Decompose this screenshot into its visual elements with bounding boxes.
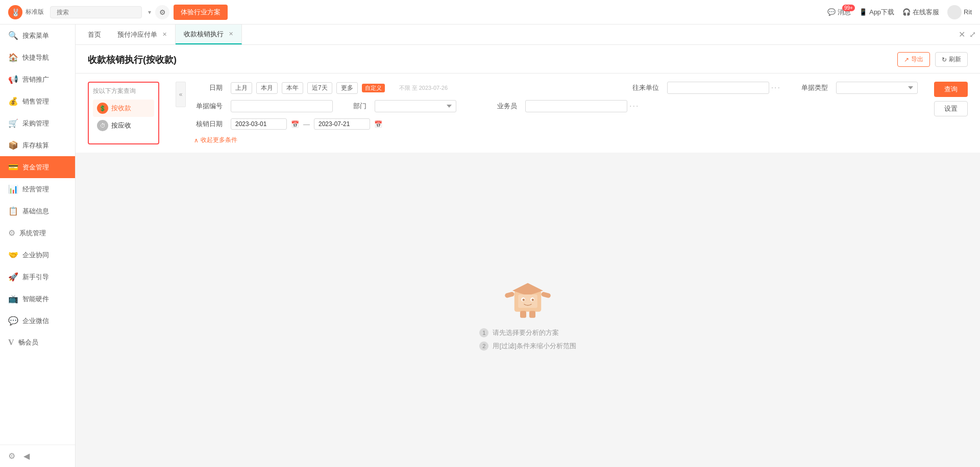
content-area: 首页 预付冲应付单 ✕ 收款核销执行 ✕ ✕ ⤢ 收款核销执行(按收款) ↗: [76, 24, 980, 467]
writeoff-date-end-input[interactable]: [314, 118, 370, 130]
refresh-button[interactable]: ↻ 刷新: [935, 52, 968, 67]
sidebar-item-system[interactable]: ⚙ 系统管理: [0, 222, 75, 244]
logo-subtitle: 标准版: [26, 8, 44, 16]
search-icon: 🔍: [8, 31, 18, 40]
sidebar-item-label: 资金管理: [22, 163, 49, 172]
bottom-settings-icon[interactable]: ⚙: [8, 451, 15, 461]
sidebar-item-sales[interactable]: 💰 销售管理: [0, 90, 75, 112]
main-content: 1 请先选择要分析的方案 2 用[过滤]条件来缩小分析范围: [76, 153, 980, 467]
empty-state: 1 请先选择要分析的方案 2 用[过滤]条件来缩小分析范围: [479, 269, 576, 351]
sidebar-item-purchase[interactable]: 🛒 采购管理: [0, 112, 75, 134]
svg-rect-7: [504, 291, 514, 299]
voucher-no-input[interactable]: [231, 100, 333, 112]
online-service-item[interactable]: 🎧 在线客服: [902, 8, 939, 17]
top-bar-right: 💬 消息 99+ 📱 App下载 🎧 在线客服 Rit: [827, 5, 972, 19]
collapse-more-label: 收起更多条件: [201, 136, 237, 144]
staff-input[interactable]: [525, 100, 627, 112]
voucher-type-select[interactable]: [836, 82, 918, 94]
sidebar-item-label: 采购管理: [22, 119, 49, 128]
service-icon: 🎧: [902, 8, 911, 16]
app-icon: 📱: [859, 8, 867, 16]
sidebar-item-operation[interactable]: 📊 经营管理: [0, 178, 75, 200]
sidebar-item-marketing[interactable]: 📢 营销推广: [0, 68, 75, 90]
date-this-year-btn[interactable]: 本年: [282, 82, 303, 94]
inventory-icon: 📦: [8, 140, 18, 150]
dept-select[interactable]: [375, 100, 456, 112]
sidebar-item-collab[interactable]: 🤝 企业协同: [0, 244, 75, 266]
logo-icon: 🐰: [8, 5, 22, 19]
filter-collapse-button[interactable]: «: [176, 82, 186, 107]
main-layout: 🔍 搜索菜单 🏠 快捷导航 📢 营销推广 💰 销售管理 🛒 采购管理 📦 库存核…: [0, 24, 980, 467]
sidebar-item-quicknav[interactable]: 🏠 快捷导航: [0, 46, 75, 68]
filter-actions: 查询 设置: [934, 82, 968, 116]
tip-1-text: 请先选择要分析的方案: [493, 328, 559, 337]
tab-prepay[interactable]: 预付冲应付单 ✕: [109, 24, 176, 44]
empty-illustration: [497, 269, 558, 320]
filter-voucher-row: 单据编号 部门 业务员 ···: [194, 100, 928, 112]
collapse-more-button[interactable]: ∧ 收起更多条件: [194, 136, 237, 144]
filter-sidebar-panel: 按以下方案查询 💲 按收款 ⏱ 按应收: [88, 82, 159, 144]
export-button[interactable]: ↗ 导出: [897, 52, 930, 67]
sidebar-item-inventory[interactable]: 📦 库存核算: [0, 134, 75, 156]
settings-button[interactable]: 设置: [934, 101, 968, 116]
app-download-item[interactable]: 📱 App下载: [859, 8, 894, 17]
sidebar-item-finance[interactable]: 💳 资金管理: [0, 156, 75, 178]
sidebar-item-label: 智能硬件: [22, 294, 49, 304]
date-last-month-btn[interactable]: 上月: [231, 82, 252, 94]
filter-option-by-receivable[interactable]: ⏱ 按应收: [93, 117, 154, 134]
industry-solution-button[interactable]: 体验行业方案: [174, 5, 228, 20]
writeoff-date-start-input[interactable]: [231, 118, 287, 130]
counterpart-input[interactable]: [667, 82, 769, 94]
svg-point-6: [531, 299, 534, 301]
date-this-month-btn[interactable]: 本月: [256, 82, 278, 94]
counterpart-ellipsis[interactable]: ···: [771, 83, 781, 92]
tab-writeoff-close-icon[interactable]: ✕: [229, 31, 233, 37]
tab-prepay-close-icon[interactable]: ✕: [162, 31, 167, 38]
tab-close-all-icon[interactable]: ✕: [959, 30, 965, 39]
search-input[interactable]: [50, 6, 142, 18]
sidebar-item-hardware[interactable]: 📺 智能硬件: [0, 288, 75, 310]
collapse-icon: ∧: [194, 137, 199, 144]
tab-bar: 首页 预付冲应付单 ✕ 收款核销执行 ✕ ✕ ⤢: [76, 24, 980, 45]
tab-home[interactable]: 首页: [80, 24, 109, 44]
empty-tip-2: 2 用[过滤]条件来缩小分析范围: [479, 341, 576, 351]
calendar-start-icon[interactable]: 📅: [291, 120, 299, 128]
query-button[interactable]: 查询: [934, 82, 968, 97]
date-more-btn[interactable]: 更多: [336, 82, 358, 94]
hardware-icon: 📺: [8, 294, 18, 304]
tab-expand-icon[interactable]: ⤢: [969, 30, 976, 39]
dropdown-chevron-icon[interactable]: ▾: [148, 9, 151, 16]
tab-writeoff[interactable]: 收款核销执行 ✕: [176, 24, 242, 44]
message-item[interactable]: 💬 消息 99+: [827, 8, 851, 17]
sidebar-item-label: 基础信息: [22, 207, 49, 216]
gear-button[interactable]: ⚙: [155, 5, 169, 19]
user-item[interactable]: Rit: [947, 5, 972, 19]
writeoff-date-label: 核销日期: [194, 119, 223, 129]
member-icon: V: [8, 338, 14, 347]
tab-prepay-label: 预付冲应付单: [117, 30, 157, 39]
tab-writeoff-label: 收款核销执行: [184, 30, 224, 39]
svg-point-5: [522, 299, 525, 301]
sidebar-item-weixin[interactable]: 💬 企业微信: [0, 310, 75, 332]
date-last-7days-btn[interactable]: 近7天: [307, 82, 332, 94]
sidebar-item-label: 新手引导: [22, 273, 49, 282]
collapse-more-row: ∧ 收起更多条件: [194, 136, 968, 144]
sidebar-collapse-icon[interactable]: ◀: [23, 451, 30, 461]
purchase-icon: 🛒: [8, 118, 18, 128]
filter-option-by-receipt[interactable]: 💲 按收款: [93, 100, 154, 117]
sidebar-item-guide[interactable]: 🚀 新手引导: [0, 266, 75, 288]
date-separator: —: [303, 120, 310, 128]
empty-tip-1: 1 请先选择要分析的方案: [479, 328, 576, 337]
sidebar-item-member[interactable]: V 畅会员: [0, 332, 75, 353]
sidebar-item-search[interactable]: 🔍 搜索菜单: [0, 24, 75, 46]
sidebar-item-basic-info[interactable]: 📋 基础信息: [0, 200, 75, 222]
weixin-icon: 💬: [8, 316, 18, 326]
tab-bar-actions: ✕ ⤢: [959, 30, 976, 39]
receipt-icon: 💲: [97, 103, 108, 114]
sales-icon: 💰: [8, 96, 18, 106]
basic-info-icon: 📋: [8, 206, 18, 216]
calendar-end-icon[interactable]: 📅: [374, 120, 382, 128]
empty-tips: 1 请先选择要分析的方案 2 用[过滤]条件来缩小分析范围: [479, 328, 576, 351]
message-badge: 99+: [842, 5, 855, 11]
staff-ellipsis[interactable]: ···: [629, 102, 639, 111]
